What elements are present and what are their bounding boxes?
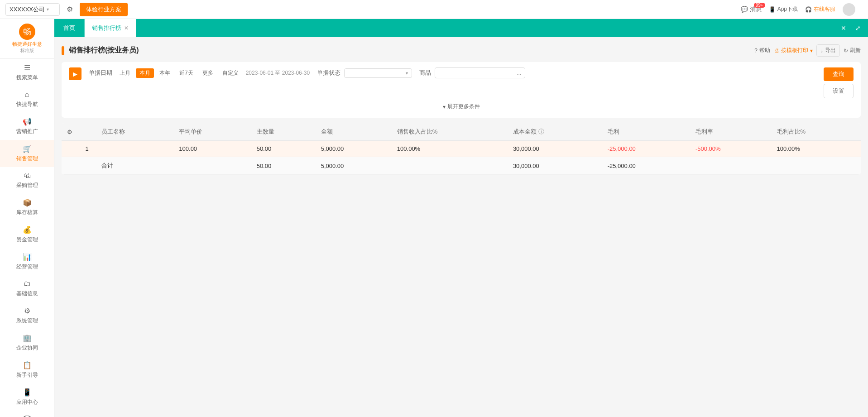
message-btn[interactable]: 💬 消息 99+ bbox=[741, 5, 762, 14]
print-chevron-icon: ▾ bbox=[810, 48, 813, 54]
sidebar-item-inventory[interactable]: 📦 库存核算 bbox=[0, 194, 54, 221]
headset-icon: 🎧 bbox=[805, 6, 812, 13]
sidebar-item-purchase[interactable]: 🛍 采购管理 bbox=[0, 167, 54, 194]
refresh-btn[interactable]: ↻ 刷新 bbox=[844, 47, 861, 54]
date-tab-this-month[interactable]: 本月 bbox=[136, 68, 154, 78]
date-tab-custom[interactable]: 自定义 bbox=[219, 68, 242, 78]
phone-icon: 📱 bbox=[769, 6, 776, 13]
filter-expand-icon[interactable]: ▶ bbox=[69, 67, 82, 80]
sidebar-item-guide[interactable]: 📋 新手引导 bbox=[0, 356, 54, 383]
date-tab-7days[interactable]: 近7天 bbox=[176, 68, 197, 78]
footer-label-cell: 合计 bbox=[96, 157, 173, 175]
logo-version: 标准版 bbox=[20, 48, 34, 54]
footer-rank-cell bbox=[78, 157, 96, 175]
help-btn[interactable]: ? 帮助 bbox=[754, 47, 770, 54]
sidebar-item-finance[interactable]: 💰 资金管理 bbox=[0, 221, 54, 248]
table-row: 1 100.00 50.00 5,000.00 100.00% 30,000.0… bbox=[62, 141, 861, 157]
col-rank bbox=[78, 123, 96, 141]
table-footer-row: 合计 50.00 5,000.00 30,000.00 -25,000.00 bbox=[62, 157, 861, 175]
filter-status-item: 单据状态 ▾ bbox=[317, 68, 412, 78]
sidebar-label-guide: 新手引导 bbox=[16, 371, 38, 379]
filter-queries: 单据日期 上月 本月 本年 近7天 更多 自定义 2023-06-01 至 20… bbox=[89, 67, 816, 78]
title-accent bbox=[62, 46, 64, 55]
help-icon: ? bbox=[754, 48, 758, 54]
date-tab-this-year[interactable]: 本年 bbox=[156, 68, 174, 78]
sales-icon: 🛒 bbox=[23, 144, 32, 153]
expand-label: 展开更多条件 bbox=[447, 103, 480, 110]
col-gross: 毛利 bbox=[602, 123, 690, 141]
footer-main-qty-cell: 50.00 bbox=[251, 157, 316, 175]
export-btn[interactable]: ↓ 导出 bbox=[816, 44, 840, 57]
sidebar-item-sales[interactable]: 🛒 销售管理 bbox=[0, 140, 54, 167]
table-settings-icon[interactable]: ⚙ bbox=[67, 129, 72, 135]
footer-gross-rate-cell bbox=[690, 157, 772, 175]
sidebar-item-app-center[interactable]: 📱 应用中心 bbox=[0, 383, 54, 411]
page-actions: ? 帮助 🖨 按模板打印 ▾ ↓ 导出 ↻ 刷新 bbox=[754, 44, 861, 57]
footer-avg-price-cell bbox=[173, 157, 251, 175]
topbar-settings-icon[interactable]: ⚙ bbox=[63, 3, 76, 16]
sidebar-item-search-menu[interactable]: ☰ 搜索菜单 bbox=[0, 59, 54, 86]
print-btn[interactable]: 🖨 按模板打印 ▾ bbox=[774, 47, 813, 54]
date-tab-more[interactable]: 更多 bbox=[199, 68, 217, 78]
table-container: ⚙ 员工名称 平均单价 主数量 全额 销售收入占比% 成本全额 ⓘ 毛利 毛利率… bbox=[62, 123, 861, 175]
app-download-btn[interactable]: 📱 App下载 bbox=[769, 5, 798, 13]
row-gross-rate-cell: -500.00% bbox=[690, 141, 772, 157]
main-layout: 畅 畅捷通好生意 标准版 ☰ 搜索菜单 ⌂ 快捷导航 📢 营销推广 🛒 销售管理… bbox=[0, 19, 868, 417]
date-tab-last-month[interactable]: 上月 bbox=[116, 68, 134, 78]
goods-label: 商品 bbox=[419, 69, 431, 77]
sidebar-item-quick-nav[interactable]: ⌂ 快捷导航 bbox=[0, 86, 54, 113]
tab-sales-ranking[interactable]: 销售排行榜 ✕ bbox=[85, 19, 136, 37]
filter-area: ▶ 单据日期 上月 本月 本年 近7天 更多 bbox=[62, 62, 861, 118]
help-label: 帮助 bbox=[759, 47, 770, 54]
sidebar-item-enterprise[interactable]: 🏢 企业协同 bbox=[0, 329, 54, 356]
query-btn[interactable]: 查询 bbox=[824, 67, 854, 81]
row-avg-price-cell: 100.00 bbox=[173, 141, 251, 157]
sidebar-item-system[interactable]: ⚙ 系统管理 bbox=[0, 302, 54, 329]
sidebar-label-marketing: 营销推广 bbox=[16, 128, 38, 135]
footer-amount-cell: 5,000.00 bbox=[316, 157, 392, 175]
tab-home[interactable]: 首页 bbox=[54, 19, 85, 37]
sidebar-item-operations[interactable]: 📊 经营管理 bbox=[0, 248, 54, 275]
tab-close-icon[interactable]: ✕ bbox=[124, 25, 129, 31]
status-select[interactable]: ▾ bbox=[344, 68, 412, 78]
app-download-label: App下载 bbox=[777, 5, 798, 13]
col-sales-pct: 销售收入占比% bbox=[392, 123, 508, 141]
expand-icon: ▾ bbox=[443, 104, 446, 110]
company-selector[interactable]: XXXXXX公司 ▾ bbox=[5, 3, 60, 16]
online-service-btn[interactable]: 🎧 在线客服 bbox=[805, 5, 835, 13]
settings-small-btn[interactable]: 设置 bbox=[824, 84, 854, 98]
company-chevron-icon: ▾ bbox=[47, 7, 49, 12]
row-sales-pct-cell: 100.00% bbox=[392, 141, 508, 157]
expand-more-btn[interactable]: ▾ 展开更多条件 bbox=[443, 103, 480, 110]
sidebar-label-enterprise: 企业协同 bbox=[16, 344, 38, 352]
sidebar-label-inventory: 库存核算 bbox=[16, 209, 38, 216]
wechat-icon: 💬 bbox=[23, 415, 32, 417]
export-label: 导出 bbox=[825, 47, 836, 54]
sidebar-item-marketing[interactable]: 📢 营销推广 bbox=[0, 113, 54, 140]
sidebar-item-basic-info[interactable]: 🗂 基础信息 bbox=[0, 275, 54, 302]
sidebar-label-finance: 资金管理 bbox=[16, 236, 38, 244]
status-chevron-icon: ▾ bbox=[406, 71, 408, 76]
topbar-right: 💬 消息 99+ 📱 App下载 🎧 在线客服 bbox=[741, 3, 863, 16]
sidebar-label-app-center: 应用中心 bbox=[16, 398, 38, 406]
sidebar-item-wechat[interactable]: 💬 企业微信 bbox=[0, 411, 54, 417]
page-title: 销售排行榜(按业务员) bbox=[69, 46, 139, 55]
col-avg-price: 平均单价 bbox=[173, 123, 251, 141]
tab-maximize-icon[interactable]: ⤢ bbox=[853, 23, 863, 34]
row-settings-cell bbox=[62, 141, 78, 157]
print-label: 按模板打印 bbox=[781, 47, 808, 54]
operations-icon: 📊 bbox=[23, 253, 32, 261]
col-cost: 成本全额 ⓘ bbox=[508, 123, 602, 141]
footer-settings-cell bbox=[62, 157, 78, 175]
col-settings[interactable]: ⚙ bbox=[62, 123, 78, 141]
sidebar-label-sales: 销售管理 bbox=[16, 155, 38, 163]
footer-gross-pct-cell bbox=[772, 157, 861, 175]
tab-minimize-icon[interactable]: ✕ bbox=[838, 23, 849, 34]
goods-select[interactable]: ... bbox=[435, 67, 525, 78]
print-icon: 🖨 bbox=[774, 48, 779, 54]
company-name: XXXXXX公司 bbox=[10, 5, 45, 14]
footer-sales-pct-cell bbox=[392, 157, 508, 175]
trial-btn[interactable]: 体验行业方案 bbox=[80, 3, 128, 16]
avatar[interactable] bbox=[843, 3, 855, 16]
expand-more-row: ▾ 展开更多条件 bbox=[69, 98, 854, 112]
